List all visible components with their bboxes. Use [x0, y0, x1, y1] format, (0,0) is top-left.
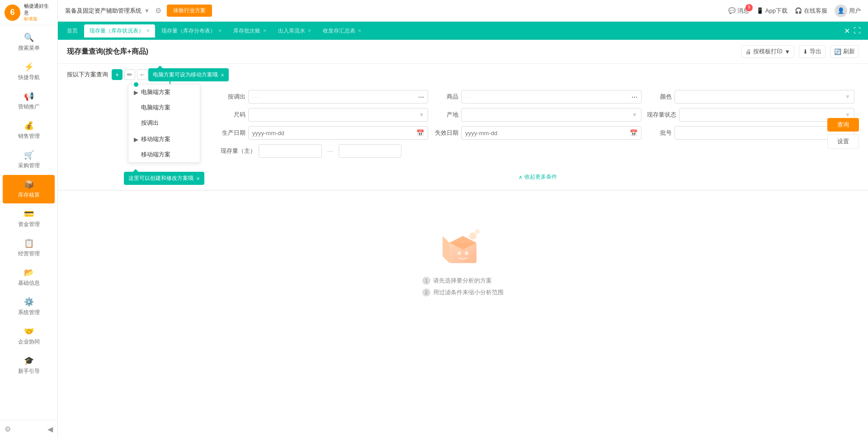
- export-btn[interactable]: ⬇ 导出: [799, 45, 826, 58]
- sidebar-item-system[interactable]: ⚙️ 系统管理: [3, 292, 55, 321]
- color-input[interactable]: ▼: [675, 90, 854, 104]
- scheme-item-tune[interactable]: 按调出: [128, 115, 200, 131]
- reset-btn[interactable]: 设置: [827, 134, 859, 149]
- app-download-label: App下载: [765, 7, 788, 15]
- tooltip2-close-btn[interactable]: ×: [196, 175, 200, 182]
- page-actions: 🖨 按模板打印 ▼ ⬇ 导出 🔄 刷新: [741, 45, 859, 58]
- header-settings-icon[interactable]: ⚙: [155, 6, 161, 15]
- sidebar-item-search[interactable]: 🔍 搜索菜单: [3, 28, 55, 57]
- inventory-max-text[interactable]: [343, 148, 398, 155]
- sidebar-item-sales[interactable]: 💰 销售管理: [3, 116, 55, 145]
- batch-text-input[interactable]: [679, 130, 850, 137]
- tab-close-icon[interactable]: ×: [146, 28, 150, 34]
- warehouse-input[interactable]: ··· ⋯: [248, 90, 428, 104]
- avatar: 👤: [835, 5, 847, 17]
- scheme-mobile-item-label: 移动端方案: [141, 151, 170, 159]
- form-row-2: 尺码 ▼ 产地 ▼: [216, 108, 859, 122]
- sidebar-item-marketing[interactable]: 📢 营销推广: [3, 87, 55, 115]
- collapse-sidebar-btn[interactable]: ◀: [47, 425, 53, 433]
- query-btn[interactable]: 查询: [827, 118, 859, 132]
- tab-close-icon[interactable]: ×: [218, 28, 222, 34]
- refresh-btn[interactable]: 🔄 刷新: [830, 45, 859, 58]
- tab-batch[interactable]: 库存批次账 ×: [228, 24, 272, 38]
- page-content: 现存量查询(按仓库+商品) 🖨 按模板打印 ▼ ⬇ 导出 🔄 刷新: [58, 40, 868, 438]
- prod-date-text-input[interactable]: [252, 130, 416, 137]
- tooltip-mobile-scheme: 电脑方案可设为移动方案哦 ×: [148, 68, 229, 81]
- more-icon2: ⋯: [632, 94, 637, 100]
- sidebar-item-basic[interactable]: 📂 基础信息: [3, 263, 55, 292]
- sidebar-item-label: 快捷导航: [18, 74, 40, 81]
- header-right: 💬 消息 9 📱 App下载 🎧 在线客服 👤 用户: [728, 5, 861, 17]
- scheme-item-desktop[interactable]: 电脑端方案: [128, 100, 200, 115]
- tab-inout-label: 出入库流水: [278, 27, 305, 35]
- tip-text-1: 请先选择要分析的方案: [433, 275, 492, 287]
- sidebar-item-label: 经营管理: [18, 250, 40, 258]
- scheme-group-desktop[interactable]: ▶ 电脑端方案: [128, 85, 200, 100]
- message-item[interactable]: 💬 消息 9: [728, 7, 749, 15]
- form-row-4: 现存量（主） —: [216, 144, 859, 158]
- svg-point-4: [465, 251, 468, 255]
- exp-date-input[interactable]: 📅: [461, 126, 641, 140]
- inventory-max-input[interactable]: [339, 144, 402, 158]
- user-item[interactable]: 👤 用户: [835, 5, 861, 17]
- app-download-item[interactable]: 📱 App下载: [756, 7, 788, 15]
- product-input[interactable]: ··· ⋯: [461, 90, 641, 104]
- tab-home[interactable]: 首页: [61, 24, 83, 38]
- sidebar-item-label: 资金管理: [18, 221, 40, 228]
- form-row-3: 生产日期 📅 失效日期 📅: [216, 126, 859, 140]
- sidebar-item-label: 企业协同: [18, 338, 40, 346]
- trial-button[interactable]: 体验行业方案: [167, 5, 212, 17]
- export-label: 导出: [810, 47, 821, 56]
- size-input[interactable]: ▼: [248, 108, 428, 122]
- inventory-min-input[interactable]: [259, 144, 322, 158]
- inventory-min-text[interactable]: [263, 148, 318, 155]
- collapse-icon: ∧: [519, 174, 523, 180]
- tab-close-icon[interactable]: ×: [263, 28, 266, 34]
- settings-bottom-btn[interactable]: ⚙: [5, 425, 11, 433]
- scheme-group-mobile[interactable]: ▶ 移动端方案: [128, 132, 200, 147]
- sales-icon: 💰: [24, 121, 34, 131]
- exp-date-text-input[interactable]: [465, 130, 629, 137]
- sidebar-item-quick[interactable]: ⚡ 快捷导航: [3, 57, 55, 86]
- sidebar-item-enterprise[interactable]: 🤝 企业协同: [3, 322, 55, 350]
- sidebar-bottom: ⚙ ◀: [0, 420, 57, 438]
- tip-item-2: 2 用过滤条件来缩小分析范围: [422, 287, 504, 298]
- sidebar-item-operations[interactable]: 📋 经营管理: [3, 234, 55, 262]
- edit-scheme-btn[interactable]: ✏: [124, 69, 135, 80]
- scheme-item-mobile[interactable]: 移动端方案: [128, 147, 200, 162]
- tab-close-icon[interactable]: ×: [308, 28, 311, 34]
- sidebar-item-finance[interactable]: 💳 资金管理: [3, 204, 55, 233]
- size-label: 尺码: [221, 111, 245, 119]
- sidebar-item-inventory[interactable]: 📦 库存核算: [3, 175, 55, 203]
- tooltip1-close-btn[interactable]: ×: [221, 71, 224, 79]
- sidebar-item-label: 销售管理: [18, 132, 40, 140]
- origin-input[interactable]: ▼: [461, 108, 641, 122]
- edit-icon: ✏: [127, 71, 132, 78]
- template-print-btn[interactable]: 🖨 按模板打印 ▼: [741, 45, 794, 58]
- sidebar-nav: 🔍 搜索菜单 ⚡ 快捷导航 📢 营销推广 💰 销售管理 🛒 采购管理 📦 库存核…: [0, 25, 57, 420]
- empty-illustration: [440, 227, 486, 268]
- add-scheme-btn[interactable]: +: [112, 69, 123, 80]
- sidebar-item-newbie[interactable]: 🎓 新手引导: [3, 351, 55, 380]
- expand-icon: ▶: [134, 89, 138, 96]
- tab-close-icon[interactable]: ×: [358, 28, 361, 34]
- tab-close-all-icon[interactable]: ✕: [844, 27, 850, 35]
- tab-inventory-dist[interactable]: 现存量（库存分布表） ×: [156, 24, 227, 38]
- prod-date-input[interactable]: 📅: [248, 126, 428, 140]
- tab-summary[interactable]: 收发存汇总表 ×: [317, 24, 367, 38]
- connector-dot: [134, 82, 138, 87]
- collapse-row[interactable]: ∧ 收起更多条件: [216, 170, 859, 184]
- enterprise-icon: 🤝: [24, 326, 34, 336]
- online-service-item[interactable]: 🎧 在线客服: [795, 7, 827, 15]
- sidebar-item-label: 营销推广: [18, 103, 40, 111]
- field-exp-date: 失效日期 📅: [434, 126, 641, 140]
- prod-date-label: 生产日期: [221, 129, 245, 137]
- back-btn[interactable]: ←: [137, 69, 148, 80]
- tab-inventory-status[interactable]: 现存量（库存状况表） ×: [84, 24, 155, 38]
- sidebar-item-purchase[interactable]: 🛒 采购管理: [3, 146, 55, 174]
- scheme-tune-item-label: 按调出: [141, 119, 159, 127]
- back-icon: ←: [139, 71, 146, 78]
- tab-inout[interactable]: 出入库流水 ×: [273, 24, 316, 38]
- tab-fullscreen-icon[interactable]: ⛶: [854, 27, 861, 35]
- status-label: 现存量状态: [647, 111, 676, 119]
